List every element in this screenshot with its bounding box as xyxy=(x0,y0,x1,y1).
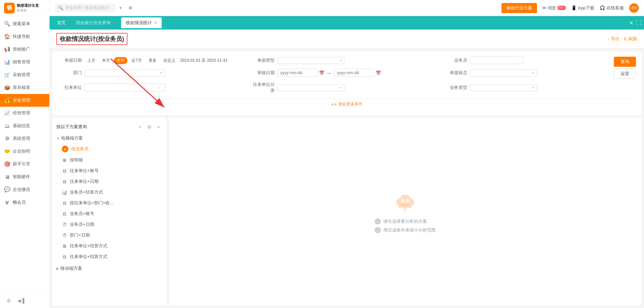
tab-home[interactable]: 首页 xyxy=(52,17,70,28)
tab-bank-label: 现金银行流水查询 xyxy=(76,20,111,26)
sidebar-label-marketing: 营销推广 xyxy=(13,46,30,52)
sidebar-item-purchase[interactable]: 🛒 采购管理 xyxy=(0,68,49,81)
mobile-scheme-group: ▶ 移动端方案 xyxy=(52,263,166,273)
date-tab-more[interactable]: 更多 xyxy=(146,57,159,64)
biz-type-chevron: ▾ xyxy=(532,86,534,90)
svg-rect-10 xyxy=(412,199,414,205)
scheme-item-partner-date[interactable]: ⊟ 往来单位+日期 xyxy=(52,176,166,187)
sidebar-item-wechat[interactable]: 💬 企业微信 xyxy=(0,183,49,196)
tab-maximize-btn[interactable]: ⛶ xyxy=(636,20,641,26)
logo-text-area: 畅捷通好生意 标准版 xyxy=(17,3,39,13)
filter-settings-btn[interactable]: 设置 xyxy=(614,69,636,79)
scheme-item-partner-settle2[interactable]: ⊟ 往来单位+结算方式 xyxy=(52,251,166,262)
topbar-dropdown[interactable]: ▾ xyxy=(119,5,122,10)
sidebar-item-basic[interactable]: 🗂 基础信息 xyxy=(0,119,49,132)
partner-more-btn[interactable]: ··· xyxy=(156,85,162,90)
basic-icon: 🗂 xyxy=(4,123,10,129)
dept-select[interactable]: ▾ xyxy=(85,69,165,76)
svg-point-5 xyxy=(407,200,408,202)
tab-bank-close[interactable]: ✕ xyxy=(113,21,116,25)
biz-type-select[interactable]: ▾ xyxy=(470,84,537,91)
sidebar-item-guide[interactable]: 🎯 新手引导 xyxy=(0,158,49,170)
calendar-from-icon: 📅 xyxy=(319,70,324,75)
date-control: 上月 本月 本年 近7天 更多 自定义 2023-01-01 至 2023-12… xyxy=(85,57,251,64)
sidebar-label-wechat: 企业微信 xyxy=(13,187,30,193)
refresh-icon: ↻ xyxy=(624,37,627,42)
sidebar-item-finance[interactable]: 💰 资金管理 xyxy=(0,94,49,107)
review-date-from[interactable] xyxy=(277,69,318,77)
partner-select[interactable]: ··· xyxy=(85,84,165,92)
topbar-settings-btn[interactable]: ⚙ xyxy=(126,3,135,13)
scheme-item-salesman-settle[interactable]: 📊 业务员+结算方式 xyxy=(52,187,166,198)
footer-settings-btn[interactable]: ⚙ xyxy=(4,296,13,305)
salesman-select[interactable]: ··· xyxy=(470,57,524,64)
scheme-settings-btn[interactable]: ⚙ xyxy=(146,123,153,131)
tab-close-all-btn[interactable]: ✕ xyxy=(629,20,633,26)
sidebar-footer: ⚙ ◀▐ xyxy=(0,293,49,308)
partner-type-select[interactable]: ▾ xyxy=(277,84,344,91)
scheme-item-salesman-date[interactable]: ⏱ 业务员+日期 xyxy=(52,219,166,230)
tab-receipt[interactable]: 收款情况统计 ✕ xyxy=(121,17,162,28)
sidebar-item-operation[interactable]: 📈 经营管理 xyxy=(0,107,49,119)
app-download-btn[interactable]: 📱 App下载 xyxy=(571,5,594,11)
date-tab-last-month[interactable]: 上月 xyxy=(85,57,98,64)
footer-collapse-btn[interactable]: ◀▐ xyxy=(16,296,25,305)
sidebar-item-search[interactable]: 🔍 搜索菜单 xyxy=(0,17,49,30)
user-area[interactable]: Rit xyxy=(629,3,639,13)
desktop-group-header[interactable]: ▼ 电脑端方案 xyxy=(52,133,166,143)
data-panel: 1 请先选择要分析的方案 2 用过滤条件来缩小分析范围 xyxy=(169,118,641,305)
sidebar-item-sales[interactable]: 📊 销售管理 xyxy=(0,56,49,68)
date-tab-custom[interactable]: 自定义 xyxy=(161,57,178,64)
date-tab-this-year[interactable]: 本年 xyxy=(114,57,127,64)
scheme-collapse-btn[interactable]: « xyxy=(155,123,162,131)
collapse-btn[interactable]: ∧∧ 收起更多条件 xyxy=(58,98,636,110)
export-btn[interactable]: ↑ 导出 xyxy=(607,36,620,42)
doc-type-select[interactable]: ▾ xyxy=(277,57,344,64)
scheme-item-partner-dept[interactable]: ⊟ 按往来单位+部门+收... xyxy=(52,198,166,208)
dept-chevron: ▾ xyxy=(160,71,162,75)
date-tab-7days[interactable]: 近7天 xyxy=(129,57,145,64)
scheme-item-partner-account[interactable]: ⊟ 往来单位+账号 xyxy=(52,165,166,176)
partner-settle2-icon: ⊟ xyxy=(62,254,67,259)
scheme-item-salesman-account[interactable]: ⊟ 业务员+账号 xyxy=(52,208,166,219)
biz-type-label: 业务类型 xyxy=(443,85,470,91)
trial-btn[interactable]: 体验行业方案 xyxy=(501,3,537,13)
tab-home-label: 首页 xyxy=(57,20,66,26)
query-btn[interactable]: 查询 xyxy=(614,57,636,67)
scheme-item-dept-date[interactable]: ⏱ 部门+日期 xyxy=(52,230,166,241)
scheme-add-btn[interactable]: + xyxy=(136,123,144,131)
scheme-item-detail[interactable]: ⊞ 按明细 xyxy=(52,155,166,165)
tab-receipt-close[interactable]: ✕ xyxy=(154,21,157,25)
doc-status-select[interactable]: ▾ xyxy=(470,69,537,76)
sidebar-item-shortcut[interactable]: 🏠 快捷导航 xyxy=(0,30,49,43)
date-tab-this-month[interactable]: 本月 xyxy=(99,57,113,64)
collapse-icon: ∧∧ xyxy=(331,102,337,107)
salesman-settle-icon: 📊 xyxy=(62,190,67,195)
sidebar-item-inventory[interactable]: 📦 库存核算 xyxy=(0,81,49,94)
filter-panel: 单据日期 上月 本月 本年 近7天 更多 自定义 2023-01-01 至 20… xyxy=(52,51,641,115)
sidebar-label-purchase: 采购管理 xyxy=(13,72,30,78)
review-date-to[interactable] xyxy=(334,69,374,77)
scheme-item-salesman-settle-label: 业务员+结算方式 xyxy=(70,189,103,195)
date-label: 单据日期 xyxy=(58,57,85,63)
online-service-btn[interactable]: 🎧 在线客服 xyxy=(600,5,624,11)
mobile-group-arrow: ▶ xyxy=(56,267,59,270)
sidebar-item-marketing[interactable]: 📢 营销推广 xyxy=(0,43,49,56)
sidebar-item-member[interactable]: V 畅会员 xyxy=(0,196,49,209)
tabbar: 首页 现金银行流水查询 ✕ 收款情况统计 ✕ ✕ ⛶ xyxy=(50,16,644,30)
app-download-label: App下载 xyxy=(578,5,594,11)
topbar-search[interactable]: 🔍 资金管理 / 收款情况统计 xyxy=(55,4,115,12)
sidebar-label-operation: 经营管理 xyxy=(13,110,30,116)
topbar-right: 体验行业方案 ✉ 消息 99+ 📱 App下载 🎧 在线客服 Rit xyxy=(501,3,639,13)
scheme-item-salesman[interactable]: ● 按业务员 xyxy=(52,143,166,155)
refresh-btn[interactable]: ↻ 刷新 xyxy=(624,36,637,42)
sidebar-item-system[interactable]: ⚙ 系统管理 xyxy=(0,132,49,145)
enterprise-icon: 🤝 xyxy=(4,148,10,154)
message-btn[interactable]: ✉ 消息 99+ xyxy=(542,5,566,11)
dept-label: 部门 xyxy=(58,70,85,76)
sidebar-item-enterprise[interactable]: 🤝 企业协同 xyxy=(0,145,49,158)
scheme-item-partner-settle[interactable]: ⊞ 往来单位+结算方式 xyxy=(52,241,166,251)
mobile-group-header[interactable]: ▶ 移动端方案 xyxy=(52,263,166,273)
tab-bank[interactable]: 现金银行流水查询 ✕ xyxy=(71,17,120,28)
sidebar-item-hardware[interactable]: 🖥 智能硬件 xyxy=(0,170,49,183)
